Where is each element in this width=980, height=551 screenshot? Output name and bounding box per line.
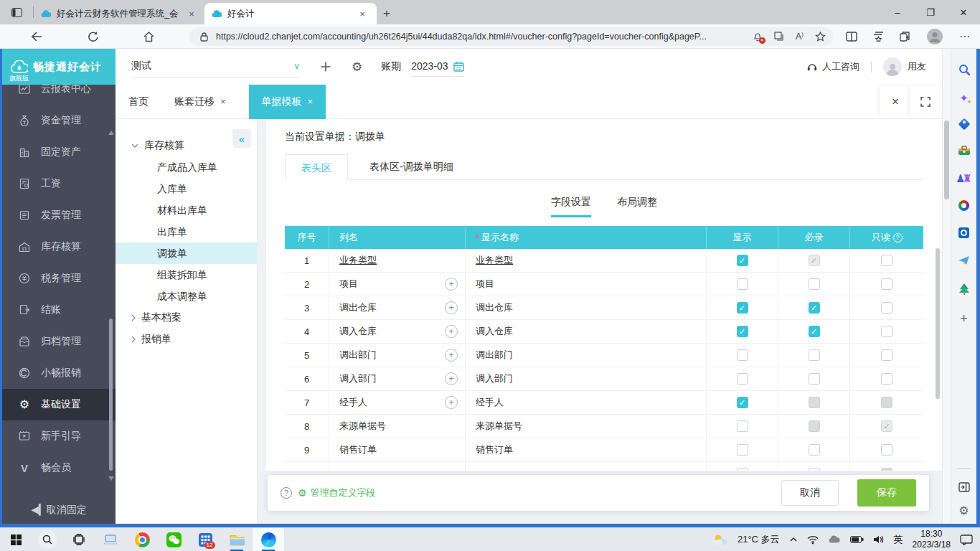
table-scrollbar-thumb[interactable]	[936, 248, 940, 399]
onedrive-cloud-icon[interactable]	[828, 535, 841, 544]
display-checkbox[interactable]	[737, 468, 748, 471]
display-checkbox[interactable]: ✓	[737, 326, 748, 337]
display-checkbox[interactable]	[737, 278, 748, 290]
tree-item[interactable]: 调拨单	[116, 242, 257, 264]
restore-button[interactable]: ❐	[914, 0, 947, 24]
sidebar-item-7[interactable]: 结账	[2, 294, 116, 326]
support-button[interactable]: 人工咨询	[806, 60, 859, 73]
wifi-icon[interactable]	[807, 535, 819, 545]
tab-field-settings[interactable]: 字段设置	[551, 196, 591, 217]
games-icon[interactable]: ♟♜	[956, 173, 972, 184]
address-bar[interactable]: https://cloud2.chanjet.com/accounting/uh…	[189, 27, 833, 46]
display-checkbox[interactable]: ✓	[737, 397, 748, 408]
required-checkbox[interactable]	[809, 420, 820, 432]
close-tab-icon[interactable]: ×	[220, 96, 226, 107]
readonly-checkbox[interactable]	[881, 278, 892, 290]
tab-body-region[interactable]: 表体区-调拨单明细	[362, 154, 461, 179]
manage-custom-fields-link[interactable]: 管理自定义字段	[311, 486, 376, 499]
tree-icon[interactable]	[958, 283, 970, 296]
fullscreen-icon[interactable]	[910, 86, 941, 118]
required-checkbox[interactable]	[809, 349, 820, 361]
microsoft365-icon[interactable]	[958, 200, 969, 211]
wechat-icon[interactable]	[158, 528, 189, 551]
readonly-checkbox[interactable]	[881, 326, 892, 337]
required-checkbox[interactable]	[809, 278, 820, 290]
sidebar-item-9[interactable]: 小畅报销	[2, 357, 116, 389]
add-field-icon[interactable]: +	[445, 372, 458, 385]
user-name[interactable]: 用友	[908, 60, 926, 73]
remote-desktop-app-icon[interactable]	[95, 528, 126, 551]
sidebar-item-8[interactable]: 归档管理	[2, 326, 116, 357]
sidebar-scrollbar[interactable]	[108, 129, 114, 491]
add-field-icon[interactable]: +	[445, 349, 458, 362]
page-scrollbar[interactable]	[942, 49, 951, 524]
file-explorer-icon[interactable]	[221, 528, 253, 551]
required-checkbox[interactable]: ✓	[809, 302, 820, 314]
url-text[interactable]: https://cloud2.chanjet.com/accounting/uh…	[216, 32, 741, 42]
weather-icon[interactable]	[712, 533, 728, 546]
new-tab-button[interactable]: +	[377, 4, 397, 24]
display-checkbox[interactable]	[737, 444, 748, 456]
help-icon[interactable]: ?	[893, 233, 903, 242]
unpin-sidebar-button[interactable]: ◀▎取消固定	[2, 504, 116, 517]
minimize-button[interactable]: –	[881, 0, 914, 24]
save-button[interactable]: 保存	[857, 479, 916, 507]
split-window-icon[interactable]	[774, 32, 784, 42]
copy-add-icon[interactable]	[900, 32, 910, 42]
outlook-icon[interactable]	[958, 227, 969, 238]
close-tab-icon[interactable]: ×	[186, 9, 197, 19]
sidebar-item-10[interactable]: ⚙基础设置	[2, 389, 116, 420]
refresh-icon[interactable]	[87, 31, 98, 42]
collections-icon[interactable]	[873, 32, 884, 42]
tab-home[interactable]: 首页	[116, 85, 161, 119]
tree-item[interactable]: 材料出库单	[116, 199, 257, 221]
read-aloud-icon[interactable]: A)	[796, 31, 804, 42]
required-checkbox[interactable]	[809, 397, 820, 408]
account-select[interactable]: 测试 ∨	[131, 60, 300, 78]
volume-icon[interactable]	[873, 535, 885, 544]
copilot-icon[interactable]: ✦✦	[959, 93, 969, 103]
tree-item[interactable]: 入库单	[116, 178, 257, 199]
hidden-icons-chevron[interactable]	[789, 537, 798, 542]
readonly-checkbox[interactable]	[881, 349, 892, 361]
tab-actions-icon[interactable]	[0, 0, 33, 24]
sidebar-item-6[interactable]: 税务管理	[2, 263, 116, 294]
page-scroll-thumb[interactable]	[944, 121, 949, 199]
readonly-checkbox[interactable]	[881, 468, 892, 471]
action-center-icon[interactable]	[960, 534, 973, 545]
close-button[interactable]: ✕	[947, 0, 980, 24]
sidebar-item-12[interactable]: V畅会员	[2, 452, 116, 481]
profile-avatar[interactable]	[926, 28, 943, 45]
sidebar-item-2[interactable]: 固定资产	[2, 136, 116, 168]
tab-voucher-template[interactable]: 单据模板 ×	[249, 85, 326, 119]
add-field-icon[interactable]: +	[445, 396, 458, 409]
close-tab-icon[interactable]: ×	[308, 96, 314, 107]
add-sidebar-item-icon[interactable]: +	[960, 312, 968, 325]
browser-menu-icon[interactable]: ⋯	[959, 30, 970, 43]
taskbar-search-button[interactable]	[32, 528, 63, 551]
sidebar-item-5[interactable]: 库存核算	[2, 231, 116, 263]
user-avatar[interactable]	[883, 57, 902, 76]
sidebar-panel-icon[interactable]	[958, 482, 970, 492]
display-checkbox[interactable]	[737, 349, 748, 361]
display-checkbox[interactable]	[737, 373, 748, 385]
add-field-icon[interactable]: +	[445, 278, 458, 291]
tab-layout-adjust[interactable]: 布局调整	[617, 196, 657, 217]
tree-group[interactable]: 基本档案	[116, 307, 257, 329]
readonly-checkbox[interactable]	[881, 255, 892, 266]
notifications-blocked-icon[interactable]: ✕	[753, 32, 763, 42]
browser-tab-2-active[interactable]: 好会计 ×	[204, 3, 377, 24]
weather-text[interactable]: 21°C 多云	[738, 533, 780, 546]
add-field-icon[interactable]: +	[445, 325, 458, 338]
sidebar-item-11[interactable]: 新手引导	[2, 420, 116, 452]
tree-item[interactable]: 出库单	[116, 221, 257, 242]
scroll-down-icon[interactable]	[108, 476, 114, 481]
app-grid-icon[interactable]: 12	[189, 528, 221, 551]
display-checkbox[interactable]: ✓	[737, 255, 748, 266]
close-tab-icon[interactable]: ×	[357, 9, 368, 19]
tree-item[interactable]: 组装拆卸单	[116, 264, 257, 286]
add-account-icon[interactable]	[320, 61, 331, 72]
settings-gear-icon[interactable]: ⚙	[352, 60, 362, 75]
back-icon[interactable]	[30, 31, 42, 42]
favorite-star-icon[interactable]	[815, 32, 826, 42]
